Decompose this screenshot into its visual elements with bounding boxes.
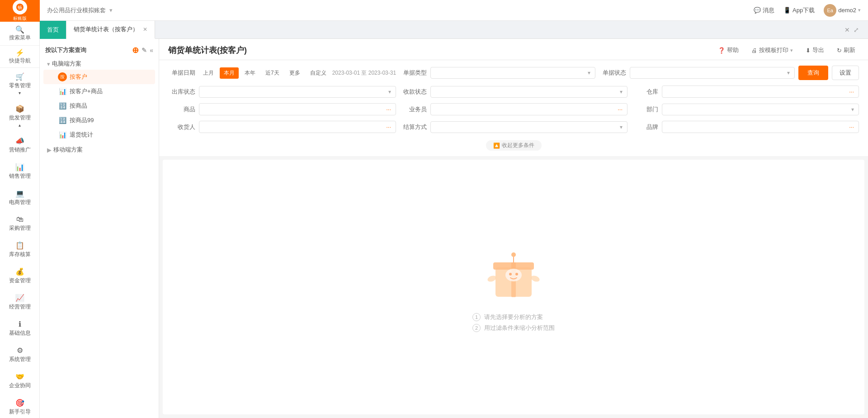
svg-point-5: [505, 269, 522, 281]
tab-home[interactable]: 首页: [40, 21, 66, 39]
collapse-label: 收起更多条件: [502, 142, 534, 149]
operations-icon: 📈: [15, 294, 24, 302]
goods-dots[interactable]: ···: [386, 106, 391, 113]
edit-scheme-icon[interactable]: ✎: [142, 47, 147, 54]
sidebar-item-basic-info[interactable]: ℹ 基础信息: [0, 315, 39, 342]
add-scheme-icon[interactable]: ⊕: [132, 45, 139, 55]
maximize-window-icon[interactable]: ⤢: [854, 26, 859, 33]
mobile-scheme-group: ▶ 移动端方案: [40, 142, 159, 157]
scheme-item-refund[interactable]: 📊 退货统计: [43, 128, 155, 142]
order-type-filter-item: 单据类型 ▾: [400, 67, 595, 79]
date-btn-this-month[interactable]: 本月: [220, 67, 239, 79]
hint-text-1: 请先选择要分析的方案: [484, 313, 543, 321]
user-profile[interactable]: Ea demo2 ▾: [824, 4, 861, 17]
user-dropdown-icon: ▾: [858, 7, 861, 13]
order-status-chevron-icon: ▾: [787, 70, 790, 76]
delivery-status-select[interactable]: ▾: [199, 86, 396, 98]
mobile-group-label[interactable]: ▶ 移动端方案: [43, 144, 155, 156]
salesperson-label: 业务员: [400, 105, 427, 114]
goods-input[interactable]: ···: [199, 103, 396, 115]
brand-dots[interactable]: ···: [849, 124, 854, 130]
shortcut-nav[interactable]: ⚡ 快捷导航: [0, 46, 39, 68]
consignee-input[interactable]: ···: [199, 121, 396, 133]
warehouse-dots[interactable]: ···: [849, 88, 854, 95]
brand-label: 品牌: [631, 123, 658, 131]
date-range-display: 2023-03-01 至 2023-03-31: [332, 69, 396, 77]
sidebar-item-retail[interactable]: 🛒 零售管理 ▾: [0, 68, 39, 100]
filter-row-4: 收货人 ··· 结算方式 ▾ 品牌: [168, 121, 859, 133]
order-status-label: 单据状态: [599, 69, 626, 77]
sidebar-item-system[interactable]: ⚙ 系统管理: [0, 342, 39, 368]
warehouse-input[interactable]: ···: [662, 86, 859, 98]
help-btn[interactable]: ❓ 帮助: [714, 44, 742, 56]
sidebar-item-ecommerce[interactable]: 💻 电商管理: [0, 185, 39, 211]
print-btn[interactable]: 🖨 按模板打印 ▾: [748, 44, 797, 56]
date-btn-7days[interactable]: 近7天: [261, 67, 283, 79]
salesperson-input[interactable]: ···: [430, 103, 627, 115]
header-dropdown-arrow[interactable]: ▾: [109, 7, 113, 14]
export-btn[interactable]: ⬇ 导出: [802, 44, 828, 56]
order-type-select[interactable]: ▾: [430, 67, 595, 79]
collapse-panel-icon[interactable]: «: [150, 47, 153, 54]
tab-sales-customer[interactable]: 销货单统计表（按客户） ✕: [66, 21, 155, 39]
page-header-actions: ❓ 帮助 🖨 按模板打印 ▾ ⬇ 导出 ↻ 刷新: [714, 44, 859, 56]
tab-close-icon[interactable]: ✕: [143, 26, 147, 33]
help-icon: ❓: [718, 47, 725, 54]
message-icon: 💬: [754, 7, 761, 14]
action-buttons: 查询 设置: [798, 66, 859, 80]
sidebar-item-inventory[interactable]: 📋 库存核算: [0, 237, 39, 263]
refresh-btn[interactable]: ↻ 刷新: [833, 44, 859, 56]
delivery-status-label: 出库状态: [168, 88, 195, 96]
app-logo[interactable]: 畅 标账版: [0, 0, 40, 22]
date-btn-last-month[interactable]: 上月: [199, 67, 218, 79]
payment-status-select[interactable]: ▾: [430, 86, 627, 98]
app-header: 办公用品行业模拟账套 ▾ 💬 消息 📱 App下载 Ea demo2 ▾: [40, 0, 868, 21]
scheme-item-goods[interactable]: 🔢 按商品: [43, 99, 155, 113]
tab-home-label: 首页: [47, 26, 59, 34]
order-status-select[interactable]: ▾: [630, 67, 795, 79]
department-select[interactable]: ▾: [662, 104, 859, 115]
empty-hints: 1 请先选择要分析的方案 2 用过滤条件来缩小分析范围: [472, 313, 555, 332]
download-icon: 📱: [783, 7, 791, 14]
print-icon: 🖨: [751, 47, 757, 54]
scheme-item-goods99[interactable]: 🔢 按商品99: [43, 113, 155, 128]
date-btn-more[interactable]: 更多: [285, 67, 304, 79]
scheme-item-customer[interactable]: 按 按客户: [43, 70, 155, 84]
settlement-select[interactable]: ▾: [430, 121, 627, 133]
sidebar-item-operations[interactable]: 📈 经营管理: [0, 289, 39, 315]
right-content: 销货单统计表(按客户) ❓ 帮助 🖨 按模板打印 ▾ ⬇ 导出: [159, 39, 868, 418]
sidebar-item-purchase[interactable]: 🛍 采购管理: [0, 211, 39, 237]
consignee-item: 收货人 ···: [168, 121, 396, 133]
sidebar-item-finance[interactable]: 💰 资金管理: [0, 263, 39, 289]
sidebar-item-guide[interactable]: 🎯 新手引导: [0, 394, 39, 418]
consignee-dots[interactable]: ···: [386, 124, 391, 130]
sidebar-item-collaboration[interactable]: 🤝 企业协同: [0, 368, 39, 394]
sidebar-item-sales[interactable]: 📊 销售管理: [0, 158, 39, 185]
retail-icon: 🛒: [15, 72, 24, 81]
desktop-group-label[interactable]: ▾ 电脑端方案: [43, 58, 155, 70]
salesperson-dots[interactable]: ···: [618, 106, 623, 113]
system-icon: ⚙: [17, 346, 23, 355]
close-window-icon[interactable]: ✕: [844, 26, 850, 33]
user-name: demo2: [838, 7, 856, 14]
consignee-label: 收货人: [168, 123, 195, 131]
scheme-item-customer-goods[interactable]: 📊 按客户+商品: [43, 84, 155, 99]
payment-chevron-icon: ▾: [620, 89, 623, 95]
brand-input[interactable]: ···: [662, 121, 859, 133]
department-item: 部门 ▾: [631, 104, 859, 115]
collapse-btn[interactable]: 🔼 收起更多条件: [486, 140, 542, 151]
payment-status-item: 收款状态 ▾: [400, 86, 627, 98]
date-btn-this-year[interactable]: 本年: [241, 67, 259, 79]
filter-row-3: 商品 ··· 业务员 ··· 部门: [168, 103, 859, 115]
search-menu[interactable]: 🔍 搜索菜单: [0, 22, 39, 46]
header-title: 办公用品行业模拟账套: [47, 6, 106, 14]
settings-button[interactable]: 设置: [832, 66, 859, 80]
app-download-btn[interactable]: 📱 App下载: [783, 6, 815, 14]
sidebar-item-wholesale[interactable]: 📦 批发管理 ▴: [0, 100, 39, 132]
order-type-label: 单据类型: [400, 69, 427, 77]
message-btn[interactable]: 💬 消息: [754, 6, 774, 14]
date-btn-custom[interactable]: 自定义: [306, 67, 330, 79]
scheme-table2-icon: 🔢: [58, 116, 67, 125]
query-button[interactable]: 查询: [798, 66, 828, 80]
sidebar-item-marketing[interactable]: 📣 营销推广: [0, 132, 39, 158]
